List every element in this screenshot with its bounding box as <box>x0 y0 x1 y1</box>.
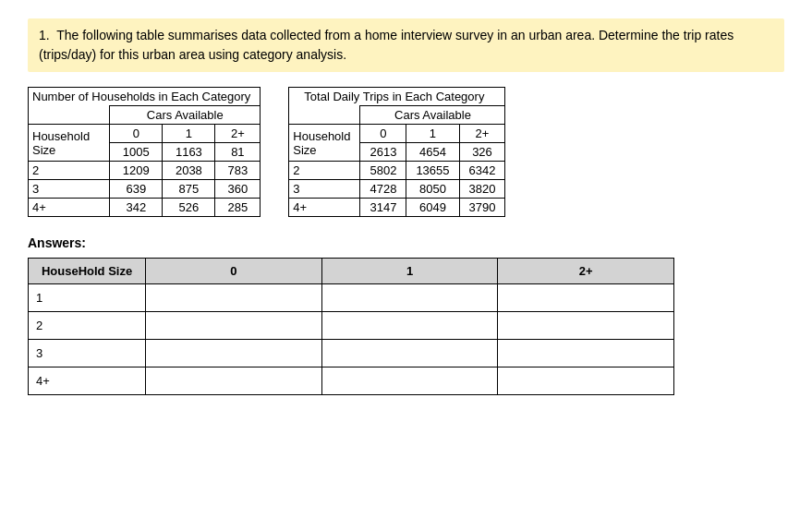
t2-r2-c0: 5802 <box>360 162 406 180</box>
t2-r4-c0: 3147 <box>360 199 406 217</box>
t1-r3-c0: 639 <box>110 180 163 199</box>
table2-spacer <box>289 106 360 125</box>
t1-r1-c0: 1005 <box>110 143 163 162</box>
t2-r1-c0: 2613 <box>360 143 406 162</box>
table-row: 3 4728 8050 3820 <box>289 180 505 199</box>
t1-r2-c1: 2038 <box>163 162 215 180</box>
table1-wrapper: Number of Households in Each Category Ca… <box>28 87 261 217</box>
answer-col-header-1: 1 <box>321 259 498 284</box>
t2-r4-c1: 6049 <box>406 199 459 217</box>
table2-col-header-2: 2+ <box>459 125 505 143</box>
table1-row-header1: Household Size <box>29 125 110 162</box>
households-table: Number of Households in Each Category Ca… <box>28 87 261 217</box>
t2-r4-label: 4+ <box>289 199 360 217</box>
table1-col-header-2: 2+ <box>215 125 261 143</box>
answer-row-4-label: 4+ <box>29 367 146 395</box>
answer-row-2-col0[interactable] <box>146 312 322 340</box>
table2-col-header-1: 1 <box>406 125 459 143</box>
t1-r2-label: 2 <box>29 162 110 180</box>
question-block: 1. The following table summarises data c… <box>28 18 784 72</box>
t1-r4-c0: 342 <box>110 199 163 217</box>
t1-r3-c2: 360 <box>215 180 261 199</box>
answer-row-3-label: 3 <box>29 340 146 367</box>
answer-row-2-col2[interactable] <box>498 312 674 340</box>
t1-r4-c2: 285 <box>215 199 261 217</box>
table2-sub-header: Cars Available <box>360 106 505 125</box>
table2-main-header: Total Daily Trips in Each Category <box>289 88 505 106</box>
table-row: 2 1209 2038 783 <box>29 162 261 180</box>
table-row: 4+ 3147 6049 3790 <box>289 199 505 217</box>
table-row: 2 5802 13655 6342 <box>289 162 505 180</box>
table-row: 4+ 342 526 285 <box>29 199 261 217</box>
table1-spacer <box>29 106 110 125</box>
t2-r3-c2: 3820 <box>459 180 505 199</box>
answer-col-header-label: HouseHold Size <box>29 259 146 284</box>
answer-row-4-col1[interactable] <box>321 367 498 395</box>
t1-r4-label: 4+ <box>29 199 110 217</box>
answer-row-1-label: 1 <box>29 284 146 312</box>
t2-r2-c2: 6342 <box>459 162 505 180</box>
answers-table: HouseHold Size 0 1 2+ 1 2 3 <box>28 258 674 395</box>
answer-row-4-col2[interactable] <box>498 367 674 395</box>
t2-r2-label: 2 <box>289 162 360 180</box>
t2-r3-c1: 8050 <box>406 180 459 199</box>
answer-row-1: 1 <box>29 284 674 312</box>
answers-section: Answers: HouseHold Size 0 1 2+ 1 2 <box>28 235 784 395</box>
question-number: 1. <box>39 28 50 42</box>
t1-r2-c0: 1209 <box>110 162 163 180</box>
answers-label: Answers: <box>28 235 784 250</box>
table2-row-header1: Household Size <box>289 125 360 162</box>
answer-row-1-col0[interactable] <box>146 284 322 312</box>
t2-r1-c1: 4654 <box>406 143 459 162</box>
answer-row-2-label: 2 <box>29 312 146 340</box>
t1-r3-label: 3 <box>29 180 110 199</box>
t1-r1-c1: 1163 <box>163 143 215 162</box>
answer-row-3-col2[interactable] <box>498 340 674 367</box>
t2-r3-c0: 4728 <box>360 180 406 199</box>
answer-row-1-col1[interactable] <box>321 284 498 312</box>
t1-r2-c2: 783 <box>215 162 261 180</box>
table-row: 3 639 875 360 <box>29 180 261 199</box>
table2-col-header-0: 0 <box>360 125 406 143</box>
answer-col-header-2: 2+ <box>498 259 674 284</box>
answer-row-4: 4+ <box>29 367 674 395</box>
answer-row-2-col1[interactable] <box>321 312 498 340</box>
table1-col-header-0: 0 <box>110 125 163 143</box>
table1-col-header-1: 1 <box>163 125 215 143</box>
t1-r1-c2: 81 <box>215 143 261 162</box>
answer-row-1-col2[interactable] <box>498 284 674 312</box>
table1-main-header: Number of Households in Each Category <box>29 88 261 106</box>
t1-r4-c1: 526 <box>163 199 215 217</box>
table1-sub-header: Cars Available <box>110 106 261 125</box>
t2-r1-c2: 326 <box>459 143 505 162</box>
answer-row-3: 3 <box>29 340 674 367</box>
tables-container: Number of Households in Each Category Ca… <box>28 87 784 217</box>
answers-header-row: HouseHold Size 0 1 2+ <box>29 259 674 284</box>
t1-r3-c1: 875 <box>163 180 215 199</box>
trips-table: Total Daily Trips in Each Category Cars … <box>288 87 505 217</box>
question-text: The following table summarises data coll… <box>39 28 733 62</box>
answer-row-2: 2 <box>29 312 674 340</box>
t2-r2-c1: 13655 <box>406 162 459 180</box>
answer-col-header-0: 0 <box>146 259 322 284</box>
table2-wrapper: Total Daily Trips in Each Category Cars … <box>288 87 505 217</box>
answer-row-3-col1[interactable] <box>321 340 498 367</box>
t2-r4-c2: 3790 <box>459 199 505 217</box>
answer-row-4-col0[interactable] <box>146 367 322 395</box>
t2-r3-label: 3 <box>289 180 360 199</box>
answer-row-3-col0[interactable] <box>146 340 322 367</box>
